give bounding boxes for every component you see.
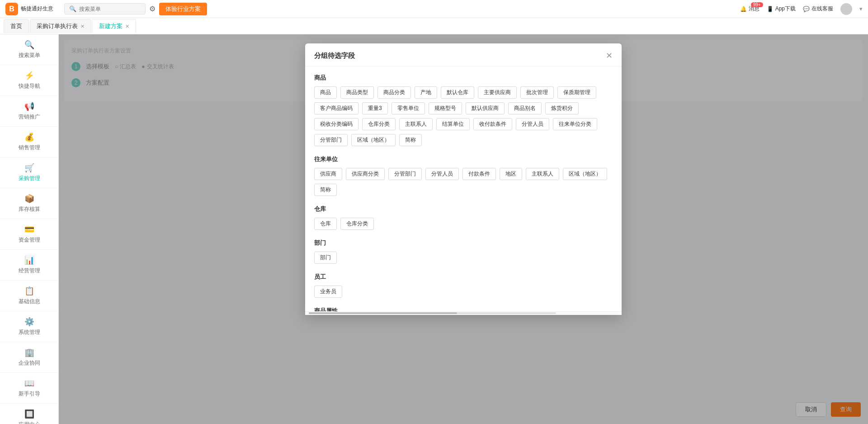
field-tag[interactable]: 仓库分类 xyxy=(362,118,396,130)
field-tag[interactable]: 简称 xyxy=(314,184,337,196)
sidebar-item-app-center[interactable]: 🔲 应用中心 xyxy=(0,404,58,424)
sidebar-item-guide-label: 新手引导 xyxy=(19,390,40,398)
field-tag[interactable]: 付款条件 xyxy=(462,168,496,180)
sidebar-item-quick-nav[interactable]: ⚡ 快捷导航 xyxy=(0,65,58,96)
tab-purchase-list[interactable]: 采购订单执行表 ✕ xyxy=(30,19,91,33)
field-tag[interactable]: 主要供应商 xyxy=(478,86,517,99)
sidebar-item-inventory[interactable]: 📦 库存核算 xyxy=(0,188,58,219)
dialog-close-button[interactable]: ✕ xyxy=(606,51,613,61)
sidebar-item-search[interactable]: 🔍 搜索菜单 xyxy=(0,34,58,65)
finance-icon: 💳 xyxy=(24,224,34,234)
chevron-down-icon[interactable]: ▾ xyxy=(859,5,863,12)
sidebar-item-sales-label: 销售管理 xyxy=(19,144,40,152)
field-tag[interactable]: 分管人员 xyxy=(516,118,549,130)
app-download-button[interactable]: 📱 App下载 xyxy=(767,5,796,13)
field-tag[interactable]: 零售单位 xyxy=(392,102,425,114)
field-tag[interactable]: 重量3 xyxy=(362,102,388,114)
field-tag[interactable]: 业务员 xyxy=(314,286,342,298)
sales-icon: 💰 xyxy=(24,132,34,142)
search-icon: 🔍 xyxy=(24,40,34,50)
field-tag[interactable]: 区域（地区） xyxy=(351,134,396,146)
tab-new-plan-close[interactable]: ✕ xyxy=(125,24,129,29)
section-department: 部门 部门 xyxy=(314,239,613,264)
field-tag[interactable]: 简称 xyxy=(399,134,422,146)
field-tag[interactable]: 主联系人 xyxy=(526,168,559,180)
sidebar-item-sales[interactable]: 💰 销售管理 xyxy=(0,127,58,157)
logo-area: B 畅捷通好生意 xyxy=(5,3,64,15)
logo-icon: B xyxy=(5,3,18,15)
dialog-body[interactable]: 商品 商品 商品类型 商品分类 产地 默认仓库 主要供应商 批次管理 保质期管理… xyxy=(305,67,622,311)
section-employee-title: 员工 xyxy=(314,273,613,281)
field-tag[interactable]: 默认仓库 xyxy=(441,86,474,99)
field-tag[interactable]: 商品分类 xyxy=(377,86,411,99)
field-tag[interactable]: 主联系人 xyxy=(399,118,433,130)
section-goods-title: 商品 xyxy=(314,74,613,82)
field-tag[interactable]: 规格型号 xyxy=(429,102,462,114)
field-tag[interactable]: 税收分类编码 xyxy=(314,118,359,130)
field-tag[interactable]: 仓库分类 xyxy=(340,218,374,230)
field-tag[interactable]: 收付款条件 xyxy=(473,118,512,130)
sidebar-item-enterprise[interactable]: 🏢 企业协同 xyxy=(0,342,58,373)
field-tag[interactable]: 往来单位分类 xyxy=(553,118,597,130)
field-tag[interactable]: 商品别名 xyxy=(508,102,542,114)
inventory-icon: 📦 xyxy=(24,194,34,204)
top-header: B 畅捷通好生意 🔍 ⚙ 体验行业方案 🔔 消息 99+ 📱 App下载 💬 在… xyxy=(0,0,868,18)
field-tag[interactable]: 产地 xyxy=(415,86,437,99)
sidebar-item-enterprise-label: 企业协同 xyxy=(19,359,40,367)
search-box[interactable]: 🔍 xyxy=(64,3,146,14)
section-product-attr: 商品属性 属性 颜色 多规格 尺码 鞋码 1 xyxy=(314,307,613,311)
dialog-hscrollbar[interactable] xyxy=(305,311,622,315)
field-tag[interactable]: 地区 xyxy=(500,168,522,180)
header-right: 🔔 消息 99+ 📱 App下载 💬 在线客服 ▾ xyxy=(740,3,863,15)
sidebar-item-finance-label: 资金管理 xyxy=(19,236,40,244)
sidebar-item-operations[interactable]: 📊 经营管理 xyxy=(0,250,58,281)
tab-new-plan[interactable]: 新建方案 ✕ xyxy=(92,19,136,33)
sidebar-item-purchase[interactable]: 🛒 采购管理 xyxy=(0,157,58,188)
field-tag[interactable]: 批次管理 xyxy=(520,86,554,99)
tab-home-label: 首页 xyxy=(10,22,22,30)
section-warehouse: 仓库 仓库 仓库分类 xyxy=(314,205,613,230)
main-layout: 🔍 搜索菜单 ⚡ 快捷导航 📢 营销推广 💰 销售管理 🛒 采购管理 📦 库存核… xyxy=(0,34,868,424)
notice-button[interactable]: 🔔 消息 99+ xyxy=(740,5,760,13)
online-service-button[interactable]: 💬 在线客服 xyxy=(803,5,833,13)
sidebar-item-system[interactable]: ⚙️ 系统管理 xyxy=(0,311,58,342)
field-tag[interactable]: 商品 xyxy=(314,86,337,99)
field-tag[interactable]: 结算单位 xyxy=(436,118,470,130)
field-tag[interactable]: 分管部门 xyxy=(388,168,422,180)
sidebar-item-marketing[interactable]: 📢 营销推广 xyxy=(0,96,58,127)
header-search-area: 🔍 ⚙ 体验行业方案 xyxy=(64,3,740,15)
avatar[interactable] xyxy=(840,3,852,15)
sidebar-item-inventory-label: 库存核算 xyxy=(19,205,40,213)
sidebar-item-basic-info[interactable]: 📋 基础信息 xyxy=(0,281,58,311)
notice-badge: 99+ xyxy=(751,2,763,7)
tab-bar: 首页 采购订单执行表 ✕ 新建方案 ✕ xyxy=(0,18,868,34)
section-warehouse-tags: 仓库 仓库分类 xyxy=(314,218,613,230)
field-tag[interactable]: 分管人员 xyxy=(425,168,459,180)
search-input[interactable] xyxy=(79,6,133,12)
section-product-attr-title: 商品属性 xyxy=(314,307,613,311)
field-tag[interactable]: 保质期管理 xyxy=(557,86,596,99)
sidebar-item-guide[interactable]: 📖 新手引导 xyxy=(0,373,58,404)
field-tag[interactable]: 客户商品编码 xyxy=(314,102,359,114)
sidebar-item-finance[interactable]: 💳 资金管理 xyxy=(0,219,58,250)
enterprise-icon: 🏢 xyxy=(24,348,34,357)
field-tag[interactable]: 仓库 xyxy=(314,218,337,230)
sidebar-item-purchase-label: 采购管理 xyxy=(19,175,40,182)
field-tag[interactable]: 炼货积分 xyxy=(545,102,579,114)
field-tag[interactable]: 区域（地区） xyxy=(563,168,607,180)
field-tag[interactable]: 商品类型 xyxy=(340,86,374,99)
dialog-overlay: 分组待选字段 ✕ 商品 商品 商品类型 商品分类 产地 默认仓库 xyxy=(59,34,868,424)
field-tag[interactable]: 分管部门 xyxy=(314,134,348,146)
section-department-tags: 部门 xyxy=(314,252,613,264)
field-tag[interactable]: 部门 xyxy=(314,252,337,264)
gear-icon[interactable]: ⚙ xyxy=(149,5,156,13)
field-tag[interactable]: 默认供应商 xyxy=(466,102,505,114)
field-tag[interactable]: 供应商 xyxy=(314,168,342,180)
tab-purchase-list-close[interactable]: ✕ xyxy=(80,24,85,29)
dialog-header: 分组待选字段 ✕ xyxy=(305,43,622,67)
section-goods: 商品 商品 商品类型 商品分类 产地 默认仓库 主要供应商 批次管理 保质期管理… xyxy=(314,74,613,146)
content-area: 采购订单执行表方案设置 1 选择模板 ○ 汇总表 ● 交叉统计表 2 方案 xyxy=(59,34,868,424)
tab-home[interactable]: 首页 xyxy=(4,19,29,33)
experience-button[interactable]: 体验行业方案 xyxy=(159,3,207,15)
field-tag[interactable]: 供应商分类 xyxy=(346,168,385,180)
